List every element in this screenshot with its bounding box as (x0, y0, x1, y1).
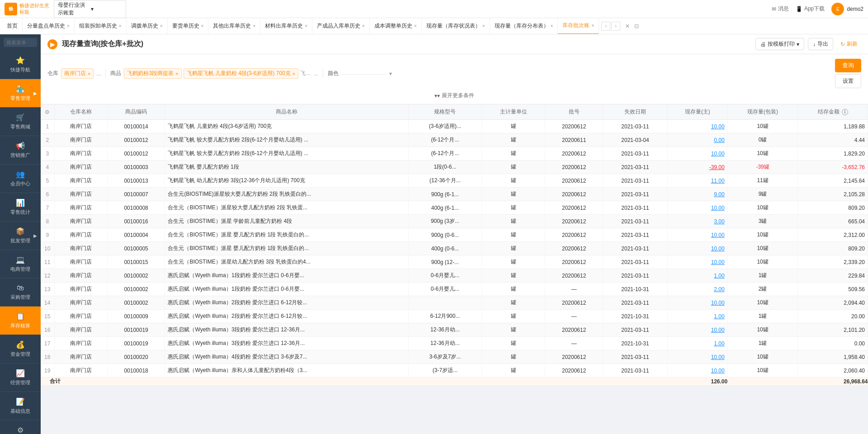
cell-qty-main: 10.00 (668, 201, 728, 215)
cell-warehouse: 南岸门店 (54, 283, 107, 296)
product-tag-1: 飞鹤奶粉3段两提装 × (124, 68, 181, 79)
sidebar-item-wholesale[interactable]: 📦 批发管理 ▶ (0, 222, 41, 250)
sidebar-item-inventory[interactable]: 📋 库存核算 (0, 307, 41, 335)
nav-tab-kucun-batch[interactable]: 库存批次账 × (558, 18, 599, 34)
close-icon[interactable]: × (67, 24, 70, 28)
cell-name: 合生元（BIOSTIME）派星幼儿配方奶粉 3段 乳铁蛋白的4... (165, 255, 408, 269)
user-area[interactable]: E demo2 (831, 3, 863, 15)
sidebar-item-finance[interactable]: 💰 资金管理 (0, 335, 41, 363)
cell-unit: 罐 (482, 215, 545, 228)
close-icon[interactable]: × (551, 24, 553, 28)
sidebar-item-retail[interactable]: 🏪 零售管理 ▶ (0, 79, 41, 108)
filter-divider-2 (323, 69, 323, 78)
sidebar-item-retail-stat[interactable]: 📊 零售统计 (0, 193, 41, 222)
amount-info-icon[interactable]: ℹ (842, 109, 848, 115)
top-bar: 畅 畅捷进好生意 标版 母婴行业演示账套 ▾ ✉ 消息 📱 App下载 E de… (0, 0, 868, 18)
nav-tab-kucun1[interactable]: 现存量（库存状况表） × (422, 18, 490, 34)
sidebar-item-member[interactable]: 👥 会员中心 (0, 165, 41, 193)
nav-prev-arrow[interactable]: ‹ (601, 22, 610, 31)
remove-warehouse-tag[interactable]: × (88, 71, 90, 76)
close-icon[interactable]: × (253, 24, 255, 28)
sidebar-item-purchase[interactable]: 🛍 采购管理 (0, 278, 41, 307)
settings-icon[interactable]: ⚙ (45, 109, 50, 115)
nav-tab-chengben[interactable]: 成本调整单历史 × (370, 18, 422, 34)
search-input[interactable] (4, 38, 37, 47)
cell-no: 7 (41, 201, 54, 215)
cell-no: 3 (41, 147, 54, 160)
print-button[interactable]: 🖨 按模板打印 ▾ (755, 38, 804, 50)
export-icon: ↓ (813, 41, 816, 47)
cell-unit: 罐 (482, 242, 545, 255)
cell-qty-pack: 9罐 (727, 188, 798, 201)
cell-no: 18 (41, 350, 54, 364)
nav-next-arrow[interactable]: › (611, 22, 620, 31)
cell-name: 飞鹤星飞帆 幼儿配方奶粉 3段(12-36个月幼儿适用) 700克 (165, 174, 408, 188)
cell-spec: 0-6月婴儿... (408, 283, 481, 296)
nav-tab-diaobo[interactable]: 调拨单历史 × (127, 18, 168, 34)
expand-more-button[interactable]: ▾▾ 展开更多条件 (47, 92, 861, 99)
cell-qty-main: 10.00 (668, 120, 728, 133)
close-icon[interactable]: × (305, 24, 307, 28)
product-more[interactable]: 飞… (300, 70, 311, 77)
close-icon[interactable]: × (119, 24, 122, 28)
cell-expire: 2021-10-31 (603, 337, 668, 350)
purchase-icon: 🛍 (17, 284, 24, 292)
sidebar-item-marketing[interactable]: 📢 营销推广 (0, 136, 41, 165)
table-row: 1 南岸门店 00100014 飞鹤星飞帆 儿童奶粉 4段(3-6岁适用) 70… (41, 120, 868, 133)
expand-tabs-icon[interactable]: ⊡ (632, 23, 641, 29)
message-button[interactable]: ✉ 消息 (772, 5, 789, 13)
sidebar-item-ecommerce[interactable]: 💻 电商管理 (0, 250, 41, 278)
refresh-button[interactable]: ↻ 刷新 (837, 38, 861, 50)
nav-tab-zuzhuang[interactable]: 组装拆卸单历史 × (75, 18, 127, 34)
remove-product-tag-1[interactable]: × (175, 71, 178, 76)
nav-tab-home[interactable]: 首页 (2, 18, 23, 34)
table-header-row: ⚙ 仓库名称 商品编码 商品名称 规格型号 主计量单位 批号 失效日期 现存量(… (41, 104, 868, 120)
sidebar-item-basic-info[interactable]: 📝 基础信息 (0, 392, 41, 420)
nav-tab-cailiao[interactable]: 材料出库单历史 × (260, 18, 312, 34)
sidebar-item-business[interactable]: 📈 经营管理 (0, 363, 41, 392)
sidebar-item-label: 零售统计 (10, 209, 30, 216)
cell-warehouse: 南岸门店 (54, 215, 107, 228)
nav-tab-chuku[interactable]: 其他出库单历史 × (208, 18, 260, 34)
expand-filter-button[interactable]: ▶ (47, 39, 57, 49)
setting-button[interactable]: 设置 (835, 74, 861, 88)
nav-tab-kucun2[interactable]: 现存量（库存分布表） × (490, 18, 558, 34)
export-button[interactable]: ↓ 导出 (808, 38, 833, 50)
close-icon[interactable]: × (591, 23, 594, 28)
col-qty-main: 现存量(主) (668, 104, 728, 120)
sidebar-item-system[interactable]: ⚙ 系统管理 (0, 420, 41, 434)
workspace-selector[interactable]: 母婴行业演示账套 ▾ (54, 0, 126, 18)
col-amount: 结存金额 ℹ (798, 104, 868, 120)
close-icon[interactable]: × (201, 24, 204, 28)
close-all-tabs[interactable]: × (623, 22, 632, 30)
cell-unit: 罐 (482, 174, 545, 188)
cell-expire: 2021-03-11 (603, 255, 668, 269)
nav-tab-yaohuo[interactable]: 要货单历史 × (168, 18, 209, 34)
close-icon[interactable]: × (414, 24, 417, 28)
cell-spec: 900g (0-6... (408, 228, 481, 242)
close-icon[interactable]: × (482, 24, 485, 28)
product-tags: 飞鹤奶粉3段两提装 × 飞鹤星飞帆 儿童奶粉 4段(3-6岁适用) 700克 ×… (124, 68, 311, 79)
cell-warehouse: 南岸门店 (54, 364, 107, 377)
close-icon[interactable]: × (362, 24, 365, 28)
cell-expire: 2021-03-11 (603, 201, 668, 215)
page-title: 现存量查询(按仓库+批次) (62, 39, 143, 49)
sidebar-item-mall[interactable]: 🛒 零售商城 (0, 108, 41, 136)
app-download-button[interactable]: 📱 App下载 (796, 5, 825, 13)
sidebar-item-quick-nav[interactable]: ⭐ 快捷导航 (0, 51, 41, 79)
wholesale-icon: 📦 (16, 227, 25, 236)
cell-name: 飞鹤星飞帆 儿童奶粉 4段(3-6岁适用) 700克 (165, 120, 408, 133)
col-spec: 规格型号 (408, 104, 481, 120)
product-ellipsis[interactable]: ... (314, 71, 318, 77)
cell-qty-main: 10.00 (668, 296, 728, 310)
nav-tab-chancheng[interactable]: 产成品入库单历史 × (312, 18, 370, 34)
cell-qty-main: 3.00 (668, 215, 728, 228)
system-icon: ⚙ (17, 426, 24, 434)
nav-tab-fen-liang[interactable]: 分量盘点单历史 × (23, 18, 75, 34)
remove-product-tag-2[interactable]: × (292, 71, 295, 76)
query-button[interactable]: 查询 (835, 59, 861, 72)
warehouse-more[interactable]: ... (96, 71, 101, 77)
close-icon[interactable]: × (160, 24, 163, 28)
footer-label: 合计 (50, 378, 61, 384)
color-dropdown-icon[interactable]: ▾ (389, 71, 392, 77)
